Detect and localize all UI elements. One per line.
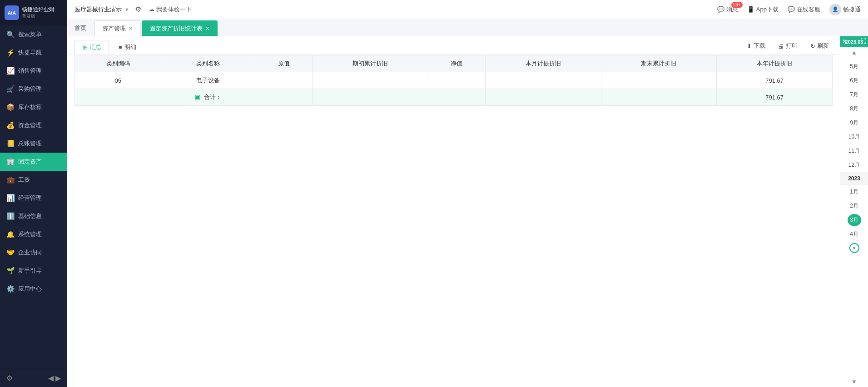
- sidebar-item-operations[interactable]: 📊 经营管理: [0, 189, 67, 207]
- sidebar-item-system[interactable]: 🔔 系统管理: [0, 225, 67, 243]
- content-area: ⊕ 汇总 ≡ 明细 ⬇ 下载 🖨 打印: [67, 36, 840, 387]
- experience-label: 我要体验一下: [156, 5, 192, 14]
- avatar: 👤: [829, 4, 841, 15]
- sidebar-item-label: 企业协同: [18, 248, 42, 257]
- operations-icon: 📊: [6, 194, 15, 202]
- sidebar: AtA 畅捷通好业财 普及版 🔍 搜索菜单 ⚡ 快捷导航 📈 销售管理 🛒 采购…: [0, 0, 67, 387]
- sidebar-item-sales[interactable]: 📈 销售管理: [0, 62, 67, 80]
- month-item[interactable]: 5月: [840, 60, 868, 74]
- sidebar-item-label: 搜索菜单: [18, 30, 42, 39]
- month-item[interactable]: 12月: [840, 158, 868, 172]
- sidebar-item-search[interactable]: 🔍 搜索菜单: [0, 25, 67, 44]
- app-download-button[interactable]: 📱 App下载: [747, 5, 779, 14]
- tab-asset-mgmt-close[interactable]: ✕: [129, 25, 133, 32]
- purchase-icon: 🛒: [6, 85, 15, 93]
- tab-depreciation-close[interactable]: ✕: [205, 25, 210, 32]
- sidebar-item-label: 资金管理: [18, 121, 42, 129]
- sidebar-item-ledger[interactable]: 📒 总账管理: [0, 134, 67, 153]
- tab-depreciation-label: 固定资产折旧统计表: [149, 25, 203, 33]
- month-item[interactable]: 7月: [840, 88, 868, 102]
- refresh-button[interactable]: ↻ 刷新: [807, 40, 833, 52]
- sidebar-item-basic-info[interactable]: ℹ️ 基础信息: [0, 207, 67, 225]
- sidebar-logo: AtA 畅捷通好业财 普及版: [0, 0, 67, 25]
- sidebar-item-funds[interactable]: 💰 资金管理: [0, 116, 67, 134]
- basic-info-icon: ℹ️: [6, 212, 15, 220]
- refresh-icon: ↻: [810, 43, 815, 50]
- download-button[interactable]: ⬇ 下载: [743, 40, 769, 52]
- month-item[interactable]: 9月: [840, 116, 868, 130]
- month-item[interactable]: 6月: [840, 74, 868, 88]
- toolbar: ⬇ 下载 🖨 打印 ↻ 刷新: [743, 40, 833, 55]
- tab-depreciation[interactable]: 固定资产折旧统计表 ✕: [142, 20, 218, 36]
- panel-up-button[interactable]: ▲: [840, 47, 868, 58]
- system-icon: 🔔: [6, 230, 15, 238]
- summary-icon: ⊕: [82, 44, 87, 51]
- depreciation-table: 类别编码 类别名称 原值 期初累计折旧 净值 本月计提折旧 期末累计折旧 本年计…: [74, 55, 833, 106]
- tab-home-label: 首页: [74, 24, 86, 32]
- sidebar-item-fixed-assets[interactable]: 🏢 固定资产: [0, 153, 67, 171]
- panel-down-button[interactable]: ▼: [840, 377, 868, 387]
- panel-expand-button[interactable]: ⛶: [860, 38, 866, 45]
- sub-tab-summary-label: 汇总: [89, 43, 101, 51]
- sidebar-item-guide[interactable]: 🌱 新手引导: [0, 262, 67, 280]
- col-original: 原值: [255, 55, 312, 72]
- tab-asset-mgmt[interactable]: 资产管理 ✕: [94, 20, 141, 36]
- user-menu[interactable]: 👤 畅捷通: [829, 4, 861, 15]
- search-icon: 🔍: [6, 30, 15, 39]
- sidebar-item-purchase[interactable]: 🛒 采购管理: [0, 80, 67, 98]
- sidebar-item-label: 经营管理: [18, 194, 42, 202]
- col-accumulated: 期初累计折旧: [312, 55, 428, 72]
- app-subtitle: 普及版: [22, 13, 55, 20]
- settings-icon[interactable]: ⚙: [6, 374, 13, 382]
- col-code: 类别编码: [75, 55, 161, 72]
- messages-button[interactable]: 💬 消息 99+: [717, 5, 738, 14]
- panel-close-button[interactable]: ✕: [842, 38, 847, 45]
- collapse-icon[interactable]: ◀ ▶: [48, 374, 61, 382]
- total-row: ▣ 合计： 791.67: [75, 89, 833, 106]
- total-net: [428, 89, 485, 106]
- online-service-label: 在线客服: [797, 5, 820, 14]
- detail-icon: ≡: [119, 44, 122, 51]
- col-monthly: 本月计提折旧: [485, 55, 601, 72]
- experience-button[interactable]: ☁ 我要体验一下: [149, 5, 192, 14]
- sub-tab-detail[interactable]: ≡ 明细: [111, 40, 144, 55]
- company-dropdown-arrow: ▼: [124, 7, 129, 12]
- topbar: 医疗器械行业演示 ▼ ⚙ ☁ 我要体验一下 💬 消息 99+ 📱 App下载 💬…: [67, 0, 868, 19]
- quick-nav-icon: ⚡: [6, 49, 15, 57]
- month-item[interactable]: 2月: [840, 199, 868, 213]
- panel-down-circle[interactable]: ▼: [849, 243, 859, 253]
- month-item-active[interactable]: 3月: [848, 214, 861, 226]
- sales-icon: 📈: [6, 67, 15, 75]
- fixed-assets-icon: 🏢: [6, 158, 15, 166]
- sidebar-item-enterprise[interactable]: 🤝 企业协同: [0, 243, 67, 262]
- app-download-label: App下载: [756, 5, 779, 14]
- logo-icon: AtA: [5, 5, 19, 20]
- total-icon: ▣: [195, 94, 200, 100]
- sub-tab-summary[interactable]: ⊕ 汇总: [74, 40, 109, 55]
- tab-home[interactable]: 首页: [67, 20, 94, 36]
- print-label: 打印: [786, 42, 798, 50]
- sidebar-item-label: 销售管理: [18, 67, 42, 75]
- company-selector[interactable]: 医疗器械行业演示 ▼: [74, 5, 129, 14]
- month-item[interactable]: 11月: [840, 144, 868, 158]
- sidebar-item-label: 总账管理: [18, 139, 42, 148]
- online-service-button[interactable]: 💬 在线客服: [788, 5, 820, 14]
- sidebar-item-label: 快捷导航: [18, 49, 42, 57]
- topbar-settings-icon[interactable]: ⚙: [135, 5, 141, 14]
- row-period-end: [601, 72, 717, 89]
- company-name: 医疗器械行业演示: [74, 5, 122, 14]
- month-item[interactable]: 8月: [840, 102, 868, 116]
- month-item[interactable]: 4月: [840, 227, 868, 241]
- sidebar-item-inventory[interactable]: 📦 库存核算: [0, 98, 67, 116]
- total-annual: 791.67: [717, 89, 833, 106]
- row-code: 05: [75, 72, 161, 89]
- table-wrap: 类别编码 类别名称 原值 期初累计折旧 净值 本月计提折旧 期末累计折旧 本年计…: [67, 55, 840, 387]
- sidebar-item-wages[interactable]: 💼 工资: [0, 171, 67, 189]
- sidebar-item-quick-nav[interactable]: ⚡ 快捷导航: [0, 44, 67, 62]
- col-annual: 本年计提折旧: [717, 55, 833, 72]
- month-item[interactable]: 1月: [840, 185, 868, 199]
- sidebar-item-app-center[interactable]: ⚙️ 应用中心: [0, 280, 67, 298]
- month-item[interactable]: 10月: [840, 130, 868, 144]
- print-button[interactable]: 🖨 打印: [774, 40, 801, 52]
- experience-icon: ☁: [149, 6, 154, 13]
